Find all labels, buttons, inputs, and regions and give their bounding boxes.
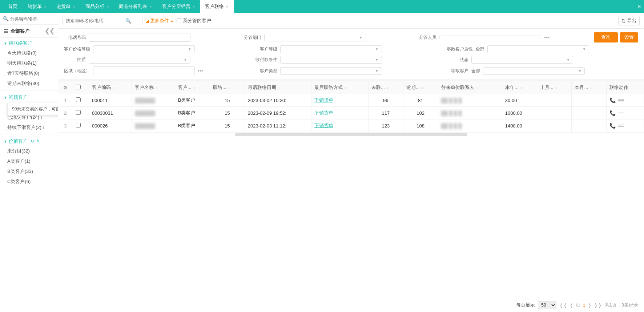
query-button[interactable]: 查询: [594, 32, 618, 42]
sidebar-item-class-c[interactable]: C类客户(6): [0, 177, 58, 187]
problem-arrow-icon: ▼: [4, 96, 7, 100]
select-all-checkbox[interactable]: [76, 85, 81, 89]
sidebar-section-problem[interactable]: ▼ 问题客户 90天未交易的客户，可能有流失风险。: [0, 92, 58, 102]
row-checkbox[interactable]: [76, 97, 81, 102]
nav-analysis-list-close[interactable]: ×: [149, 4, 152, 9]
nav-customer-contact-close[interactable]: ×: [226, 4, 228, 9]
sidebar-item-class-b[interactable]: B类客户(33): [0, 166, 58, 177]
close-all-button[interactable]: ×: [637, 3, 641, 11]
horizontal-scrollbar[interactable]: [58, 132, 644, 137]
col-last-contact-date[interactable]: 最后联络日期 ↕: [245, 81, 311, 94]
sort-method-icon: ↕: [345, 86, 347, 90]
first-page-button[interactable]: ❬❬: [559, 303, 567, 308]
filter-input-phone[interactable]: [89, 33, 190, 42]
sidebar-item-ungrouped[interactable]: 未分组(32): [0, 146, 58, 156]
filter-select-person[interactable]: [439, 36, 541, 39]
filter-select-customer-level[interactable]: ▼: [280, 45, 382, 53]
action-more-icon[interactable]: ≡≡: [618, 123, 624, 129]
col-code[interactable]: 客户编码 ↕: [89, 81, 132, 94]
filter-select-nature[interactable]: ▼: [89, 56, 190, 64]
last-page-button[interactable]: ❭❭: [594, 303, 602, 308]
filter-select-payment[interactable]: ▼: [280, 56, 382, 64]
sidebar-search-input[interactable]: [10, 16, 58, 21]
nav-home[interactable]: 首页: [3, 0, 23, 13]
more-conditions-button[interactable]: ◢ 更多条件 ▲: [145, 17, 174, 24]
filter-select-customer-type[interactable]: ▼: [280, 67, 382, 75]
filter-cell-customer-level: 客户等级 ▼: [255, 45, 447, 53]
nav-sales-close[interactable]: ×: [44, 4, 46, 9]
my-customers-checkbox[interactable]: 我分管的客户: [177, 17, 211, 24]
sidebar-item-7days[interactable]: 近7天待联络(0): [0, 68, 58, 78]
sort-date-icon: ↕: [278, 86, 280, 90]
filter-label-retail-customer: 零散客户: [447, 68, 468, 74]
contact-method-link[interactable]: 下销货单: [314, 123, 333, 128]
nav-customer-tier-close[interactable]: ×: [193, 4, 195, 9]
sidebar-item-declining[interactable]: 持续下滑客户(2) ℹ: [0, 122, 58, 133]
action-contact-icon[interactable]: 📞: [609, 97, 616, 103]
sidebar-collapse-icon[interactable]: ❮❮: [45, 28, 54, 35]
nav-analysis[interactable]: 商品分析 ×: [80, 0, 114, 13]
row-checkbox[interactable]: [76, 110, 81, 115]
row-checkbox[interactable]: [76, 123, 81, 127]
action-more-icon[interactable]: ≡≡: [618, 97, 624, 103]
col-unlinked-days[interactable]: 未联... ↕: [368, 81, 403, 94]
action-contact-icon[interactable]: 📞: [609, 123, 616, 129]
nav-purchase-close[interactable]: ×: [73, 4, 75, 9]
filter-select-retail-customer[interactable]: ▼: [483, 67, 585, 75]
edit-icon[interactable]: ✎: [36, 139, 40, 144]
filter-cell-retail-attr: 零散客户属性 全部 ▼: [447, 45, 638, 53]
sort-this-month-icon: ↕: [590, 86, 592, 90]
next-page-button[interactable]: ❭: [588, 303, 592, 308]
row-last-month: [537, 119, 572, 132]
sidebar-item-churn-warning[interactable]: 流失预警客户(3) ℹ: [0, 102, 58, 112]
filter-select-retail-attr[interactable]: ▼: [487, 45, 589, 53]
col-contacts[interactable]: 联络... ↕: [210, 81, 245, 94]
col-actions: 联络动作: [607, 81, 644, 94]
table-row: 3 000026 ██████ B类客户 15 2023-02-03 11:12…: [58, 119, 644, 132]
col-last-contact-method[interactable]: 最后联络方式 ↕: [311, 81, 368, 94]
sidebar-item-tomorrow[interactable]: 明天待联络(1): [0, 58, 58, 68]
sidebar-section-value[interactable]: ▼ 价值客户 ↻ ✎: [0, 136, 58, 146]
export-button[interactable]: ⇅ 导出: [618, 16, 640, 25]
action-contact-icon[interactable]: 📞: [609, 110, 616, 116]
sidebar-item-churned[interactable]: 已流失客户(24) ℹ: [0, 112, 58, 122]
nav-customer-tier[interactable]: 客户分层经营 ×: [157, 0, 200, 13]
filter-input-region[interactable]: [93, 66, 195, 75]
nav-purchase[interactable]: 进货单 ×: [51, 0, 80, 13]
filter-select-price-level[interactable]: ▼: [93, 45, 195, 53]
col-settings[interactable]: ⚙: [58, 81, 73, 94]
sidebar-section-pending[interactable]: ▼ 待联络客户: [0, 38, 58, 48]
search-submit-icon[interactable]: 🔍: [125, 18, 131, 24]
nav-sales[interactable]: 销货单 ×: [23, 0, 51, 13]
region-more-icon[interactable]: •••: [198, 68, 203, 74]
row-last-month: [537, 94, 572, 107]
nav-analysis-list[interactable]: 商品分析列表 ×: [114, 0, 157, 13]
search-input[interactable]: [66, 18, 124, 23]
filter-select-status[interactable]: ▼: [471, 56, 573, 64]
settings-button[interactable]: 设置: [620, 32, 638, 42]
col-this-month[interactable]: 本月... ↕: [572, 81, 607, 94]
nav-customer-contact[interactable]: 客户联络 ×: [200, 0, 233, 13]
nav-analysis-close[interactable]: ×: [106, 4, 109, 9]
prev-page-button[interactable]: ❬: [569, 303, 573, 308]
contact-method-link[interactable]: 下销货单: [314, 110, 333, 116]
col-last-month[interactable]: 上月... ↕: [537, 81, 572, 94]
sidebar-item-class-a[interactable]: A类客户(1): [0, 156, 58, 166]
col-name[interactable]: 客户名称 ↕: [132, 81, 175, 94]
filter-label-payment: 收付款条件: [255, 57, 277, 63]
contact-method-link[interactable]: 下销货单: [314, 97, 333, 103]
col-overdue-days[interactable]: 逾期... ↕: [403, 81, 438, 94]
row-last-contact-method: 下销货单: [311, 107, 368, 119]
scroll-thumb[interactable]: [235, 133, 467, 136]
sidebar-item-today[interactable]: 今天待联络(0): [0, 48, 58, 58]
page-size-select[interactable]: 50 20 100: [538, 301, 556, 309]
filter-select-dept[interactable]: ▼: [264, 34, 366, 41]
person-more-icon[interactable]: •••: [544, 35, 550, 40]
sidebar-item-overdue[interactable]: 逾期未联络(30): [0, 78, 58, 89]
col-contact-person[interactable]: 往来单位联系人 ↕: [438, 81, 502, 94]
col-type[interactable]: 客户... ↕: [175, 81, 210, 94]
row-unlinked-days: 117: [368, 107, 403, 119]
col-this-year[interactable]: 本年... ↕: [502, 81, 537, 94]
action-more-icon[interactable]: ≡≡: [618, 110, 624, 116]
refresh-icon[interactable]: ↻: [31, 139, 34, 144]
